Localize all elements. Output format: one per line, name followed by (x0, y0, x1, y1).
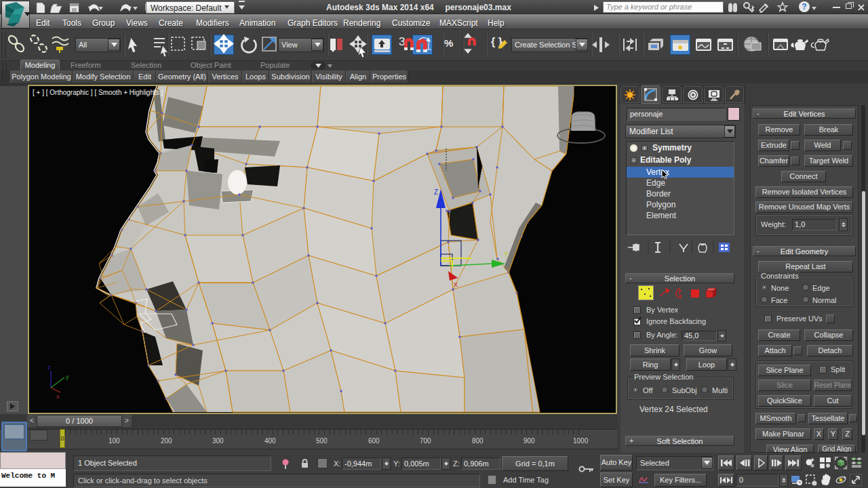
svg-text:Z: Z (434, 188, 438, 196)
svg-text:X: X (454, 281, 458, 288)
svg-text:y: y (66, 373, 69, 380)
svg-text:%: % (444, 37, 453, 49)
svg-text:Y: Y (504, 251, 509, 258)
svg-text:x: x (56, 393, 60, 400)
svg-text:z: z (47, 364, 51, 371)
